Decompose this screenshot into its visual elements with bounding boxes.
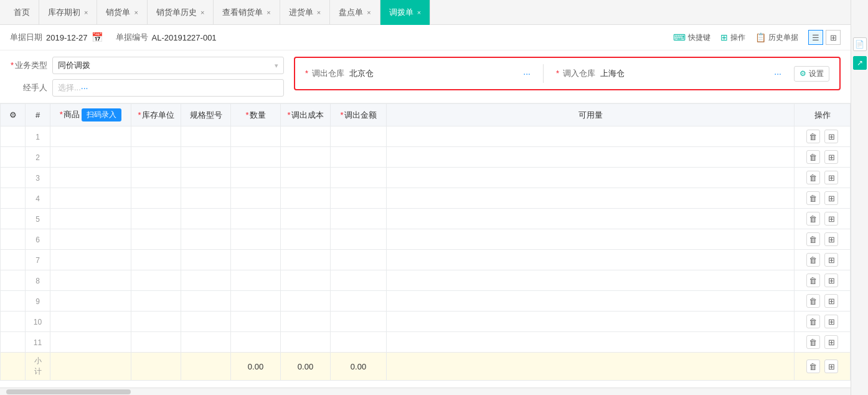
cell-qty-8[interactable] (231, 291, 281, 312)
copy-row-button-7[interactable]: ⊞ (824, 274, 838, 287)
bottom-scrollbar[interactable] (0, 388, 851, 395)
cell-unit-5[interactable] (131, 229, 181, 250)
delete-row-button-3[interactable]: 🗑 (806, 191, 820, 205)
tab-sales-history-close[interactable]: × (200, 9, 204, 16)
cell-spec-6[interactable] (181, 250, 231, 270)
cell-product-9[interactable] (50, 312, 131, 332)
cell-qty-6[interactable] (231, 250, 281, 270)
cell-cost-0[interactable] (281, 126, 331, 147)
cell-amount-10[interactable] (331, 332, 387, 353)
tab-purchase-order-close[interactable]: × (317, 9, 321, 16)
cell-cost-3[interactable] (281, 188, 331, 209)
delete-row-button-10[interactable]: 🗑 (806, 335, 820, 349)
scan-input-button[interactable]: 扫码录入 (82, 108, 121, 121)
delete-row-button-8[interactable]: 🗑 (806, 294, 820, 308)
tab-home[interactable]: 首页 (5, 0, 39, 25)
warehouse-out-more-icon[interactable]: ··· (523, 69, 531, 79)
cell-amount-2[interactable] (331, 168, 387, 188)
cell-product-2[interactable] (50, 168, 131, 188)
col-header-gear[interactable]: ⚙ (1, 104, 26, 126)
cell-qty-1[interactable] (231, 147, 281, 168)
right-panel-doc-button[interactable]: 📄 (853, 37, 867, 51)
cell-amount-5[interactable] (331, 229, 387, 250)
cell-amount-9[interactable] (331, 312, 387, 332)
cell-spec-5[interactable] (181, 229, 231, 250)
cell-cost-1[interactable] (281, 147, 331, 168)
cell-amount-6[interactable] (331, 250, 387, 270)
cell-amount-3[interactable] (331, 188, 387, 209)
cell-product-1[interactable] (50, 147, 131, 168)
cell-unit-0[interactable] (131, 126, 181, 147)
cell-unit-7[interactable] (131, 270, 181, 291)
grid-tile-button[interactable]: ⊞ (826, 30, 841, 45)
tab-transfer-order[interactable]: 调拨单 × (380, 0, 430, 25)
delete-row-button-1[interactable]: 🗑 (806, 150, 820, 164)
cell-spec-0[interactable] (181, 126, 231, 147)
cell-unit-1[interactable] (131, 147, 181, 168)
cell-spec-3[interactable] (181, 188, 231, 209)
cell-cost-2[interactable] (281, 168, 331, 188)
cell-qty-2[interactable] (231, 168, 281, 188)
tab-inventory-init[interactable]: 库存期初 × (39, 0, 97, 25)
cell-unit-10[interactable] (131, 332, 181, 353)
copy-row-button-1[interactable]: ⊞ (824, 150, 838, 164)
cell-qty-3[interactable] (231, 188, 281, 209)
cell-unit-8[interactable] (131, 291, 181, 312)
cell-product-4[interactable] (50, 209, 131, 229)
copy-row-button-6[interactable]: ⊞ (824, 253, 838, 267)
cell-product-3[interactable] (50, 188, 131, 209)
shortcuts-button[interactable]: ⌨ 快捷键 (673, 32, 710, 43)
tab-sales-history[interactable]: 销货单历史 × (148, 0, 214, 25)
tab-view-sales[interactable]: 查看销货单 × (214, 0, 280, 25)
cell-qty-0[interactable] (231, 126, 281, 147)
warehouse-in-more-icon[interactable]: ··· (774, 69, 781, 79)
cell-unit-4[interactable] (131, 209, 181, 229)
cell-spec-4[interactable] (181, 209, 231, 229)
right-panel-link-button[interactable]: ↗ (853, 56, 867, 70)
cell-product-7[interactable] (50, 270, 131, 291)
handler-more-icon[interactable]: ··· (81, 83, 88, 93)
cell-unit-3[interactable] (131, 188, 181, 209)
subtotal-copy-button[interactable]: ⊞ (824, 359, 838, 373)
tab-purchase-order[interactable]: 进货单 × (280, 0, 330, 25)
cell-amount-8[interactable] (331, 291, 387, 312)
delete-row-button-2[interactable]: 🗑 (806, 171, 820, 184)
delete-row-button-6[interactable]: 🗑 (806, 253, 820, 267)
cell-amount-0[interactable] (331, 126, 387, 147)
cell-cost-9[interactable] (281, 312, 331, 332)
cell-product-5[interactable] (50, 229, 131, 250)
copy-row-button-8[interactable]: ⊞ (824, 294, 838, 308)
cell-unit-2[interactable] (131, 168, 181, 188)
tab-inventory-init-close[interactable]: × (84, 9, 88, 16)
tab-sales-order[interactable]: 销货单 × (97, 0, 147, 25)
cell-amount-4[interactable] (331, 209, 387, 229)
cell-cost-8[interactable] (281, 291, 331, 312)
copy-row-button-4[interactable]: ⊞ (824, 212, 838, 226)
cell-qty-10[interactable] (231, 332, 281, 353)
delete-row-button-5[interactable]: 🗑 (806, 232, 820, 246)
cell-amount-7[interactable] (331, 270, 387, 291)
copy-row-button-2[interactable]: ⊞ (824, 171, 838, 184)
setting-button[interactable]: ⚙ 设置 (794, 66, 829, 82)
calendar-icon[interactable]: 📅 (92, 32, 103, 43)
cell-qty-9[interactable] (231, 312, 281, 332)
cell-cost-6[interactable] (281, 250, 331, 270)
copy-row-button-5[interactable]: ⊞ (824, 232, 838, 246)
cell-product-10[interactable] (50, 332, 131, 353)
subtotal-delete-button[interactable]: 🗑 (806, 359, 820, 373)
handler-select[interactable]: 选择... ··· (52, 79, 284, 97)
business-type-select[interactable]: 同价调拨 ▾ (52, 57, 284, 74)
tab-sales-order-close[interactable]: × (134, 9, 138, 16)
cell-amount-1[interactable] (331, 147, 387, 168)
cell-unit-9[interactable] (131, 312, 181, 332)
cell-qty-7[interactable] (231, 270, 281, 291)
tab-view-sales-close[interactable]: × (267, 9, 270, 16)
operations-button[interactable]: ⊞ 操作 (720, 32, 745, 43)
cell-product-8[interactable] (50, 291, 131, 312)
delete-row-button-9[interactable]: 🗑 (806, 315, 820, 328)
cell-spec-2[interactable] (181, 168, 231, 188)
copy-row-button-10[interactable]: ⊞ (824, 335, 838, 349)
cell-cost-4[interactable] (281, 209, 331, 229)
cell-product-0[interactable] (50, 126, 131, 147)
cell-cost-10[interactable] (281, 332, 331, 353)
